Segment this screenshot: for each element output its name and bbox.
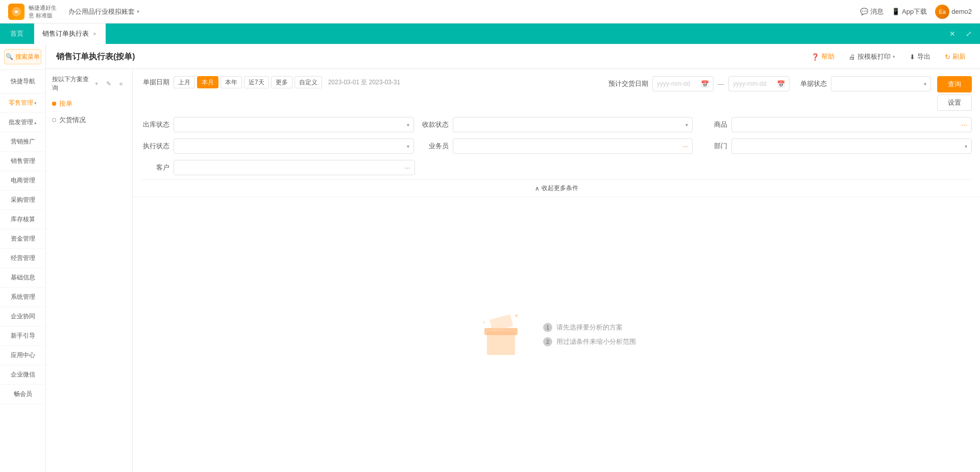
add-scheme-button[interactable]: +	[91, 79, 102, 89]
nav-tabs: 首页 销售订单执行表 × ✕ ⤢	[0, 23, 980, 44]
customer-input[interactable]: ···	[174, 160, 415, 175]
caret-down-icon: ▾	[893, 54, 895, 59]
salesperson-input[interactable]: ···	[453, 138, 693, 154]
date-last-7[interactable]: 近7天	[244, 76, 269, 88]
date-this-month[interactable]: 本月	[197, 76, 218, 88]
app-download-button[interactable]: 📱 App下载	[892, 7, 927, 16]
date-this-year[interactable]: 本年	[220, 76, 242, 88]
empty-state-illustration: ✦ ✦	[477, 309, 528, 360]
user-menu[interactable]: Ea demo2	[935, 5, 972, 19]
dept-select[interactable]: ▾	[731, 138, 972, 154]
delivery-select[interactable]: ▾	[174, 117, 414, 132]
tab-sales-order[interactable]: 销售订单执行表 ×	[34, 23, 106, 44]
collapse-button[interactable]: ∧ 收起更多条件	[141, 179, 972, 197]
salesperson-more-icon: ···	[682, 142, 689, 150]
svg-rect-2	[487, 332, 515, 355]
action-buttons: 查询 设置	[937, 76, 972, 111]
tab-home[interactable]: 首页	[0, 23, 34, 44]
edit-scheme-button[interactable]: ✎	[104, 79, 114, 89]
empty-state: ✦ ✦ 1 请先选择要分析的方案	[477, 309, 636, 360]
sidebar-item-cooperation[interactable]: 企业协同	[0, 307, 45, 326]
help-button[interactable]: ❓ 帮助	[807, 50, 839, 63]
sidebar-item-operations[interactable]: 经营管理	[0, 249, 45, 268]
delivery-label: 出库状态	[141, 120, 169, 129]
collapse-label: 收起更多条件	[542, 184, 578, 193]
username: demo2	[951, 8, 972, 15]
sidebar: 🔍 搜索菜单 快捷导航 零售管理 ▾ 批发管理 ▴ 营销推广 销售管理 电商管理…	[0, 44, 46, 472]
delivery-status-field: 出库状态 ▾	[141, 117, 414, 132]
sidebar-item-wechat[interactable]: 企业微信	[0, 365, 45, 385]
hint-2: 2 用过滤条件来缩小分析范围	[543, 337, 636, 346]
close-tab-icon[interactable]: ×	[92, 30, 97, 38]
chevron-down-icon: ▾	[34, 101, 37, 106]
calendar-icon-start: 📅	[701, 80, 709, 88]
empty-box-svg: ✦ ✦	[477, 309, 528, 360]
filter-row-3: 执行状态 ▾ 业务员 ···	[141, 138, 972, 154]
quick-nav-label[interactable]: 快捷导航	[0, 74, 45, 89]
avatar: Ea	[935, 5, 949, 19]
app-name: 办公用品行业模拟账套	[68, 7, 135, 16]
collapse-left-icon: «	[119, 80, 123, 87]
refresh-button[interactable]: ↻ 刷新	[941, 50, 970, 63]
nav-tab-actions: ✕ ⤢	[945, 27, 980, 41]
header-left: 畅捷通好生意 标准版 办公用品行业模拟账套 ▾	[8, 4, 143, 20]
sub-nav-icons: + ✎ «	[91, 79, 126, 89]
export-button[interactable]: ⬇ 导出	[905, 50, 935, 63]
sidebar-item-finance[interactable]: 资金管理	[0, 229, 45, 249]
message-button[interactable]: 💬 消息	[860, 7, 884, 16]
main-layout: 🔍 搜索菜单 快捷导航 零售管理 ▾ 批发管理 ▴ 营销推广 销售管理 电商管理…	[0, 44, 980, 472]
sidebar-item-retail[interactable]: 零售管理 ▾	[0, 93, 45, 113]
scheme-item-shortage[interactable]: 欠货情况	[46, 112, 132, 128]
sidebar-item-sales[interactable]: 销售管理	[0, 152, 45, 171]
payment-select-arrow: ▾	[685, 122, 688, 128]
page-header: 销售订单执行表(按单) ❓ 帮助 🖨 按模板打印 ▾ ⬇ 导出	[46, 44, 980, 69]
goods-input[interactable]: ···	[731, 117, 972, 132]
expected-date-start[interactable]: yyyy-mm-dd 📅	[652, 76, 714, 91]
app-logo-icon	[8, 4, 24, 20]
sidebar-item-basics[interactable]: 基础信息	[0, 268, 45, 288]
expected-date-end[interactable]: yyyy-mm-dd 📅	[728, 76, 790, 91]
logo-area: 畅捷通好生意 标准版	[8, 4, 59, 20]
search-menu-button[interactable]: 🔍 搜索菜单	[4, 49, 41, 64]
app-selector[interactable]: 办公用品行业模拟账套 ▾	[64, 5, 143, 18]
salesperson-field: 业务员 ···	[420, 138, 693, 154]
execution-select-arrow: ▾	[407, 144, 409, 149]
payment-status-field: 收款状态 ▾	[420, 117, 693, 132]
sidebar-item-purchase[interactable]: 采购管理	[0, 191, 45, 210]
page-actions: ❓ 帮助 🖨 按模板打印 ▾ ⬇ 导出 ↻ 刷新	[807, 50, 970, 63]
close-icon: ✕	[949, 30, 955, 38]
sidebar-item-ecommerce[interactable]: 电商管理	[0, 171, 45, 191]
sidebar-item-inventory[interactable]: 库存核算	[0, 210, 45, 229]
header-right: 💬 消息 📱 App下载 Ea demo2	[860, 5, 972, 19]
logo-text: 畅捷通好生意 标准版	[29, 4, 59, 19]
scheme-item-order[interactable]: 按单	[46, 96, 132, 112]
svg-point-1	[52, 102, 56, 106]
sidebar-item-system[interactable]: 系统管理	[0, 288, 45, 307]
sidebar-item-member[interactable]: 畅会员	[0, 385, 45, 404]
collapse-scheme-button[interactable]: «	[116, 79, 126, 89]
goods-more-icon: ···	[961, 121, 967, 129]
date-last-month[interactable]: 上月	[174, 76, 195, 88]
customer-more-icon: ···	[405, 163, 411, 172]
sidebar-item-guide[interactable]: 新手引导	[0, 326, 45, 346]
payment-select[interactable]: ▾	[453, 117, 693, 132]
settings-button[interactable]: 设置	[937, 95, 972, 111]
sidebar-item-wholesale[interactable]: 批发管理 ▴	[0, 113, 45, 132]
sub-nav-left: 按以下方案查询 + ✎ «	[46, 69, 133, 472]
search-button[interactable]: 查询	[937, 76, 972, 92]
expand-window-button[interactable]: ⤢	[962, 27, 976, 41]
close-window-button[interactable]: ✕	[945, 27, 960, 41]
execution-select[interactable]: ▾	[174, 138, 414, 154]
sidebar-item-apps[interactable]: 应用中心	[0, 346, 45, 365]
dept-label: 部门	[699, 141, 727, 151]
date-more[interactable]: 更多	[271, 76, 292, 88]
export-icon: ⬇	[910, 53, 915, 61]
print-button[interactable]: 🖨 按模板打印 ▾	[845, 50, 899, 63]
chevron-up-icon: ▴	[34, 120, 37, 125]
refresh-icon: ↻	[945, 53, 950, 61]
sidebar-item-marketing[interactable]: 营销推广	[0, 132, 45, 152]
expected-date-field: 预计交货日期 yyyy-mm-dd 📅 — yyyy-mm-dd 📅	[608, 76, 792, 91]
delivery-select-arrow: ▾	[407, 122, 409, 128]
date-custom[interactable]: 自定义	[295, 76, 322, 88]
status-select[interactable]: ▾	[831, 76, 931, 91]
